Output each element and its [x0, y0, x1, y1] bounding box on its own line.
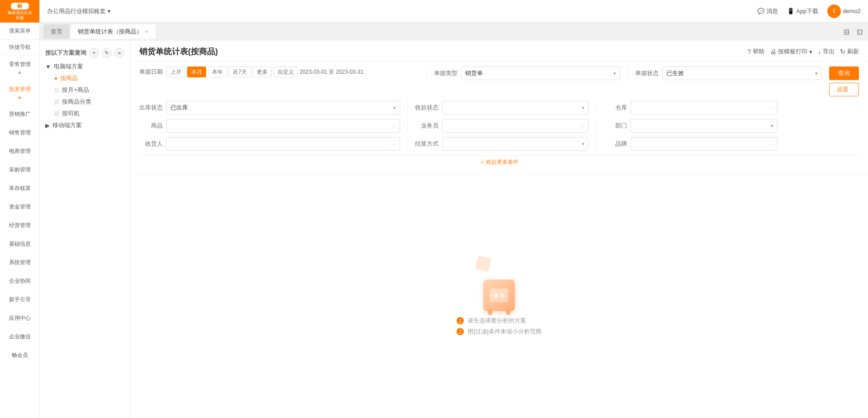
- scheme-by-driver[interactable]: 回 按司机: [49, 108, 130, 119]
- logo-subtext: 标赢: [16, 15, 24, 20]
- page-header: 销货单统计表(按商品) ? 帮助 🖨 按模板打印 ▾ ↓ 导出: [130, 41, 868, 61]
- sidebar-item-system[interactable]: 系统管理: [9, 253, 31, 272]
- filter-dept-select[interactable]: ▾: [631, 119, 778, 133]
- sidebar-item-member[interactable]: 畅会员: [9, 346, 31, 365]
- user-menu[interactable]: E demo2: [827, 5, 861, 18]
- filter-receiver-label: 收货人: [139, 140, 166, 148]
- filter-payment-status-select[interactable]: ▾: [442, 101, 589, 114]
- filter-receiver-input[interactable]: ···: [166, 137, 400, 151]
- edit-scheme-btn[interactable]: ✎: [102, 48, 112, 58]
- tree-group-arrow: ▼: [45, 63, 51, 70]
- help-btn[interactable]: ? 帮助: [747, 48, 764, 56]
- filter-warehouse-input[interactable]: ···: [631, 101, 778, 114]
- topbar-title: 办公用品行业模拟账套 ▾: [47, 7, 750, 15]
- refresh-icon: ↻: [840, 48, 845, 55]
- scheme-by-product-label: 按商品: [60, 74, 78, 82]
- sidebar-item-label-wholesale: 批发管理: [9, 86, 31, 93]
- sidebar-item-sales[interactable]: 销售管理: [9, 124, 31, 142]
- sidebar-item-wholesale[interactable]: 批发管理▲: [9, 80, 31, 105]
- filter-warehouse-label: 仓库: [604, 104, 631, 112]
- quick-nav-label: 快捷导航: [9, 44, 31, 50]
- filter-payment-method-select[interactable]: ▾: [442, 137, 589, 151]
- filter-outbound-field: 出库状态 已出库 ▾: [139, 101, 400, 114]
- filter-brand-field: 品牌 ···: [604, 137, 778, 151]
- sidebar-item-label-marketing: 营销推广: [9, 110, 31, 118]
- date-btn-7days[interactable]: 近7天: [229, 66, 251, 77]
- empty-illustration: [467, 257, 531, 311]
- sidebar-item-appcenter[interactable]: 应用中心: [9, 309, 31, 328]
- user-avatar: E: [827, 5, 841, 18]
- sidebar-item-newbie[interactable]: 新手引导: [9, 290, 31, 309]
- messages-btn[interactable]: 💬 消息: [757, 7, 778, 15]
- filter-doc-status-select[interactable]: 已生效 ▾: [662, 66, 822, 80]
- scheme-by-product[interactable]: ● 按商品: [49, 72, 130, 84]
- scheme-by-category[interactable]: 回 按商品分类: [49, 96, 130, 108]
- topbar-dropdown[interactable]: ▾: [108, 8, 111, 14]
- scheme-category-icon: 回: [54, 99, 59, 105]
- tab-minimize-icon[interactable]: ⊟: [842, 26, 851, 38]
- sidebar-item-basic[interactable]: 基础信息: [9, 235, 31, 253]
- product-more-icon: ···: [391, 123, 396, 129]
- filter-product-input[interactable]: ···: [166, 119, 400, 133]
- date-btn-more[interactable]: 更多: [253, 66, 272, 77]
- filter-brand-input[interactable]: ···: [631, 137, 778, 151]
- brand-more-icon: ···: [769, 141, 774, 147]
- filter-salesperson-input[interactable]: ···: [442, 119, 589, 133]
- date-btn-custom[interactable]: 自定义: [274, 66, 298, 77]
- add-scheme-btn[interactable]: +: [89, 48, 99, 58]
- scheme-by-month-product[interactable]: 日 按月+商品: [49, 84, 130, 96]
- sidebar-item-arrow: ▲: [18, 95, 22, 100]
- refresh-btn[interactable]: ↻ 刷新: [840, 48, 859, 56]
- tree-group-mobile-arrow: ▶: [45, 122, 50, 129]
- left-panel: 按以下方案查询 + ✎ « ▼ 电脑端方案 ● 按商品: [40, 41, 130, 418]
- tab-sales-stats[interactable]: 销货单统计表（按商品） ×: [71, 24, 156, 39]
- message-icon: 💬: [757, 8, 764, 14]
- filter-brand-label: 品牌: [604, 140, 631, 148]
- filter-outbound-label: 出库状态: [139, 104, 166, 112]
- tab-close-icon[interactable]: ×: [145, 28, 148, 35]
- sidebar-item-inventory[interactable]: 库存核算: [9, 179, 31, 198]
- tabbar: 首页 销货单统计表（按商品） × ⊟ ⊡: [40, 23, 868, 41]
- export-btn[interactable]: ↓ 导出: [818, 48, 835, 56]
- date-btn-this-year[interactable]: 本年: [208, 66, 227, 77]
- right-panel: 销货单统计表(按商品) ? 帮助 🖨 按模板打印 ▾ ↓ 导出: [130, 41, 868, 418]
- scheme-by-driver-label: 按司机: [62, 109, 80, 118]
- main-area: 办公用品行业模拟账套 ▾ 💬 消息 📱 App下载 E demo2 首页: [40, 0, 868, 418]
- filter-area: 单据日期 上月 本月 本年 近7天 更多 自定义 2023-: [130, 61, 868, 175]
- export-icon: ↓: [818, 48, 821, 55]
- quick-nav[interactable]: 快捷导航: [0, 40, 39, 55]
- date-btn-last-month[interactable]: 上月: [166, 66, 185, 77]
- sidebar-item-marketing[interactable]: 营销推广: [9, 105, 31, 124]
- print-dropdown-icon[interactable]: ▾: [809, 48, 812, 55]
- left-panel-header: 按以下方案查询 + ✎ «: [40, 45, 130, 61]
- sidebar-item-ecommerce[interactable]: 电商管理: [9, 142, 31, 161]
- search-menu[interactable]: 搜索菜单: [0, 23, 39, 40]
- filter-product-label: 商品: [139, 122, 166, 130]
- sidebar-item-operations[interactable]: 经营管理: [9, 216, 31, 235]
- filter-payment-status-label: 收款状态: [415, 104, 442, 112]
- tab-maximize-icon[interactable]: ⊡: [855, 26, 864, 38]
- setting-button[interactable]: 设置: [829, 83, 859, 96]
- sidebar-item-finance[interactable]: 资金管理: [9, 198, 31, 216]
- sidebar-item-wxwork[interactable]: 企业微信: [9, 328, 31, 346]
- tree-group-desktop-header[interactable]: ▼ 电脑端方案: [40, 61, 130, 72]
- print-btn[interactable]: 🖨 按模板打印 ▾: [770, 48, 812, 56]
- tree-group-desktop: ▼ 电脑端方案 ● 按商品 日 按月+商品 回 按商品分类: [40, 61, 130, 119]
- sidebar-item-retail[interactable]: 零售管理▲: [9, 55, 31, 80]
- sidebar-item-arrow: ▲: [18, 70, 22, 75]
- filter-outbound-select[interactable]: 已出库 ▾: [166, 101, 400, 114]
- collapse-filters-btn[interactable]: ∧ 收起更多条件: [139, 155, 859, 169]
- tab-home[interactable]: 首页: [43, 24, 70, 39]
- filter-receiver-field: 收货人 ···: [139, 137, 400, 151]
- tree-group-mobile-header[interactable]: ▶ 移动端方案: [40, 119, 130, 131]
- page-header-actions: ? 帮助 🖨 按模板打印 ▾ ↓ 导出 ↻ 刷新: [747, 48, 859, 56]
- collapse-panel-btn[interactable]: «: [114, 48, 124, 58]
- app-download-btn[interactable]: 📱 App下载: [787, 7, 818, 15]
- page-title: 销货单统计表(按商品): [139, 46, 218, 57]
- query-button[interactable]: 查询: [829, 66, 859, 80]
- filter-doc-status-field: 单据状态 已生效 ▾: [635, 66, 822, 80]
- sidebar-item-enterprise[interactable]: 企业协同: [9, 272, 31, 290]
- sidebar-item-purchase[interactable]: 采购管理: [9, 161, 31, 179]
- date-btn-this-month[interactable]: 本月: [187, 66, 206, 77]
- filter-doc-type-select[interactable]: 销货单 ▾: [461, 66, 621, 80]
